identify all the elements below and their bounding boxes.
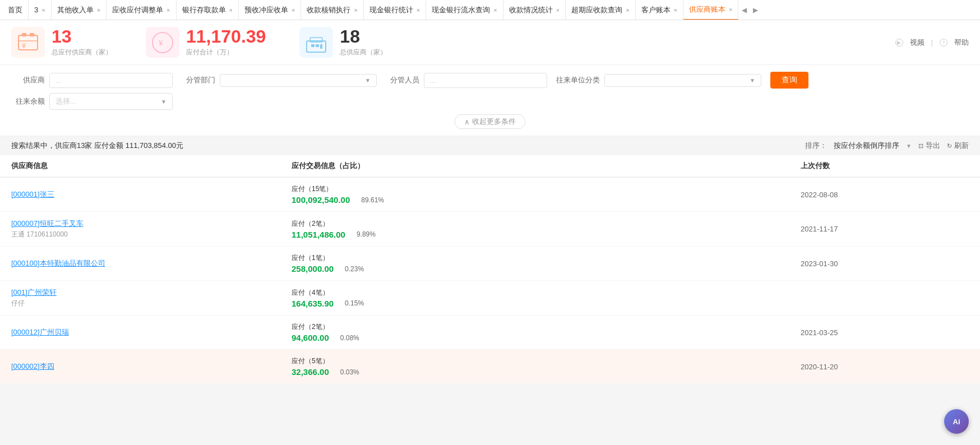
category-select[interactable]: ▼	[604, 74, 761, 87]
close-tab-cash-bank-stats[interactable]: ×	[417, 7, 420, 13]
category-label: 往来单位分类	[556, 75, 600, 85]
nav-tab-overdue-query[interactable]: 超期应收款查询 ×	[566, 0, 635, 20]
nav-tab-ap-adjust[interactable]: 应收应付调整单 ×	[107, 0, 176, 20]
export-icon: ⊡	[918, 142, 923, 150]
supplier-input[interactable]: ...	[49, 73, 173, 88]
filter-area: 供应商 ... 分管部门 ▼ 分管人员 ... 往来单位分类 ▼	[0, 65, 980, 136]
supplier-link-3[interactable]: [000100]本特勤油品有限公司	[11, 259, 105, 267]
tx-amount-2[interactable]: 11,051,486.00	[292, 230, 345, 239]
supplier-input-text: ...	[56, 76, 62, 85]
stat-suppliers-info: 18 总供应商（家）	[340, 27, 387, 57]
nav-prev-arrow[interactable]: ◀	[738, 0, 750, 20]
export-action[interactable]: ⊡ 导出	[918, 141, 940, 151]
tx-info-3: 应付（1笔） 258,000.00 0.23%	[292, 253, 801, 274]
stat-ap-amount-label: 应付合计（万）	[186, 48, 266, 57]
tx-percent-3: 0.23%	[345, 265, 364, 273]
close-tab-customer-account[interactable]: ×	[674, 7, 677, 13]
sort-dropdown-arrow[interactable]: ▼	[906, 143, 912, 149]
table-row: [000007]恒旺二手叉车 王通 17106110000 应付（2笔） 11,…	[0, 212, 980, 247]
supplier-link-2[interactable]: [000007]恒旺二手叉车	[11, 219, 84, 228]
svg-rect-9	[311, 44, 315, 47]
close-tab-advance[interactable]: ×	[292, 7, 295, 13]
top-navigation: 首页 3 × 其他收入单 × 应收应付调整单 × 银行存取款单 × 预收冲应收单…	[0, 0, 980, 20]
svg-text:¥: ¥	[21, 41, 26, 50]
table-header: 供应商信息 应付交易信息（占比） 上次付数	[0, 155, 980, 178]
svg-rect-11	[320, 44, 322, 49]
close-tab-collection-stats[interactable]: ×	[556, 7, 560, 13]
dept-label: 分管部门	[182, 75, 215, 85]
last-pay-2: 2021-11-17	[801, 225, 969, 233]
results-bar: 搜索结果中，供应商13家 应付金额 111,703,854.00元 排序： 按应…	[0, 136, 980, 155]
nav-tab-other-income[interactable]: 其他收入单 ×	[52, 0, 107, 20]
tx-amount-6[interactable]: 32,366.00	[292, 367, 329, 377]
close-tab-ap-adjust[interactable]: ×	[167, 7, 170, 13]
nav-next-arrow[interactable]: ▶	[750, 0, 761, 20]
nav-tab-cash-bank-flow[interactable]: 现金银行流水查询 ×	[426, 0, 503, 20]
search-button[interactable]: 查询	[770, 72, 808, 89]
filter-row-2: 往来余额 选择... ▼	[11, 93, 969, 110]
balance-dropdown-arrow: ▼	[161, 99, 167, 105]
collapse-label: 收起更多条件	[472, 117, 516, 127]
tx-info-5: 应付（2笔） 94,600.00 0.08%	[292, 322, 801, 342]
supplier-link-4[interactable]: [001]广州荣轩	[11, 288, 57, 296]
nav-tab-customer-account[interactable]: 客户账本 ×	[636, 0, 683, 20]
person-input[interactable]: ...	[424, 73, 547, 88]
nav-tab-cash-bank-stats[interactable]: 现金银行统计 ×	[364, 0, 426, 20]
dept-select[interactable]: ▼	[220, 74, 377, 87]
circle-icon-video: ▶	[895, 39, 903, 47]
nav-tab-supplier-account[interactable]: 供应商账本 ×	[683, 0, 738, 20]
tx-amount-5[interactable]: 94,600.00	[292, 333, 329, 342]
collapse-button[interactable]: ∧ 收起更多条件	[455, 114, 525, 129]
svg-rect-10	[316, 44, 319, 47]
close-tab-cash-bank-flow[interactable]: ×	[493, 7, 497, 13]
filter-person: 分管人员 ...	[386, 73, 547, 88]
header-supplier: 供应商信息	[11, 161, 292, 171]
tx-amount-4[interactable]: 164,635.90	[292, 299, 334, 308]
tx-label-3: 应付（1笔）	[292, 253, 801, 263]
nav-tab-collection-stats[interactable]: 收款情况统计 ×	[503, 0, 566, 20]
close-tab-collection-verify[interactable]: ×	[354, 7, 357, 13]
refresh-label: 刷新	[954, 141, 969, 151]
tx-amount-3[interactable]: 258,000.00	[292, 264, 334, 274]
supplier-link-6[interactable]: [000002]李四	[11, 362, 54, 370]
stat-suppliers-label: 总供应商（家）	[340, 48, 387, 57]
tx-percent-1: 89.61%	[361, 196, 384, 204]
last-pay-3: 2023-01-30	[801, 259, 969, 268]
refresh-icon: ↻	[947, 142, 952, 150]
balance-select[interactable]: 选择... ▼	[49, 93, 173, 110]
tx-percent-6: 0.03%	[340, 368, 359, 376]
nav-tab-home[interactable]: 首页	[2, 0, 29, 20]
close-tab-bank-deposit[interactable]: ×	[229, 7, 233, 13]
sort-label: 排序：	[805, 141, 827, 151]
close-tab-3[interactable]: ×	[41, 7, 45, 13]
supplier-info-1: [000001]张三	[11, 189, 292, 200]
help-link[interactable]: 帮助	[954, 38, 969, 48]
tx-label-5: 应付（2笔）	[292, 322, 801, 332]
stat-total-ap-amount: ¥ 11,170.39 应付合计（万）	[146, 27, 266, 58]
sort-value[interactable]: 按应付余额倒序排序	[834, 141, 899, 151]
nav-tab-3[interactable]: 3 ×	[29, 0, 52, 20]
stat-ap-amount-number: 11,170.39	[186, 27, 266, 45]
tx-row-5: 94,600.00 0.08%	[292, 333, 801, 342]
nav-tab-collection-verify[interactable]: 收款核销执行 ×	[301, 0, 363, 20]
video-link[interactable]: 视频	[910, 38, 924, 48]
supplier-info-5: [000012]广州贝瑞	[11, 327, 292, 337]
data-table: 供应商信息 应付交易信息（占比） 上次付数 [000001]张三 应付（15笔）…	[0, 155, 980, 384]
tx-info-4: 应付（4笔） 164,635.90 0.15%	[292, 288, 801, 308]
tx-label-6: 应付（5笔）	[292, 356, 801, 366]
stat-ap-amount-info: 11,170.39 应付合计（万）	[186, 27, 266, 57]
supplier-info-6: [000002]李四	[11, 361, 292, 372]
tx-amount-1[interactable]: 100,092,540.00	[292, 195, 350, 205]
tx-percent-2: 9.89%	[357, 230, 376, 238]
tx-percent-4: 0.15%	[345, 299, 364, 307]
stat-ap-suppliers-info: 13 总应付供应商（家）	[52, 27, 112, 57]
supplier-link-1[interactable]: [000001]张三	[11, 190, 54, 198]
close-tab-other-income[interactable]: ×	[97, 7, 100, 13]
nav-tab-bank-deposit[interactable]: 银行存取款单 ×	[177, 0, 239, 20]
refresh-action[interactable]: ↻ 刷新	[947, 141, 969, 151]
close-tab-supplier-account[interactable]: ×	[729, 6, 732, 13]
close-tab-overdue-query[interactable]: ×	[626, 7, 629, 13]
supplier-link-5[interactable]: [000012]广州贝瑞	[11, 328, 69, 336]
nav-tab-advance[interactable]: 预收冲应收单 ×	[239, 0, 301, 20]
filter-dept: 分管部门 ▼	[182, 74, 377, 87]
